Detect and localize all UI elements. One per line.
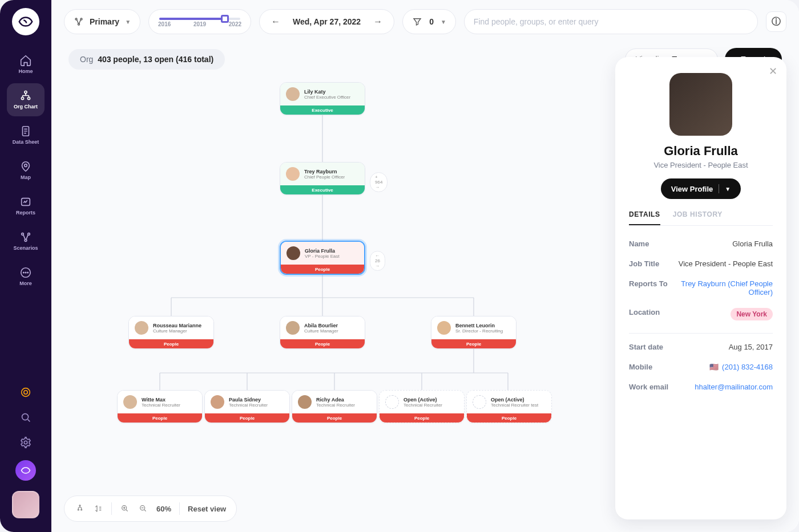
zoom-in-icon[interactable] bbox=[120, 503, 130, 514]
sidebar: Home Org Chart Data Sheet Map Reports Sc… bbox=[0, 0, 51, 532]
org-node-selected[interactable]: Gloria Frulla VP - People East People bbox=[280, 241, 365, 275]
main: Primary ▼ 2016 2019 2022 ← Wed, Apr 27, … bbox=[51, 0, 799, 532]
org-node[interactable]: Trey Rayburn Chief People Officer Execut… bbox=[280, 162, 365, 195]
expand-chip[interactable]: + 964 → bbox=[370, 172, 388, 192]
brand-badge-icon[interactable] bbox=[15, 460, 36, 481]
org-node[interactable]: Bennett Leuorin Sr. Director - Recruitin… bbox=[431, 316, 516, 349]
current-date[interactable]: Wed, Apr 27, 2022 bbox=[293, 17, 361, 26]
person-detail-panel: ✕ Gloria Frulla Vice President - People … bbox=[615, 57, 786, 519]
org-node-open[interactable]: Open (Active) Technical Recruiter People bbox=[379, 390, 465, 423]
field-reports-to: Reports To Trey Rayburn (Chief People Of… bbox=[629, 274, 773, 302]
tree-layout-icon[interactable] bbox=[75, 503, 85, 514]
close-icon[interactable]: ✕ bbox=[769, 65, 777, 78]
expand-chip[interactable]: ← 26 → bbox=[370, 251, 385, 271]
nav-data-sheet[interactable]: Data Sheet bbox=[7, 119, 45, 152]
branch-icon bbox=[74, 17, 84, 27]
mobile-link[interactable]: 🇺🇸(201) 832-4168 bbox=[709, 363, 773, 371]
target-icon[interactable] bbox=[18, 385, 33, 400]
org-node[interactable]: Richy Adea Technical Recruiter People bbox=[292, 390, 377, 423]
person-title: Vice President - People East bbox=[629, 161, 773, 169]
nav-home[interactable]: Home bbox=[7, 48, 45, 81]
collapse-icon[interactable] bbox=[93, 503, 103, 514]
node-role: Technical Recruiter bbox=[316, 403, 355, 408]
node-role: Culture Manager bbox=[304, 328, 338, 334]
info-icon: ⓘ bbox=[772, 16, 781, 28]
chevron-down-icon: ▼ bbox=[725, 186, 731, 192]
reports-to-link[interactable]: Trey Rayburn (Chief People Officer) bbox=[676, 279, 773, 297]
svg-point-16 bbox=[24, 441, 27, 444]
timeline-slider[interactable]: 2016 2019 2022 bbox=[148, 9, 251, 34]
location-badge[interactable]: New York bbox=[731, 308, 773, 320]
reports-icon bbox=[19, 196, 32, 208]
email-link[interactable]: hhalter@mailinator.com bbox=[695, 383, 773, 391]
nav-label: Map bbox=[21, 175, 31, 181]
org-summary-text: 403 people, 13 open (416 total) bbox=[98, 55, 213, 64]
node-name: Lily Katy bbox=[304, 89, 350, 95]
timeline-handle[interactable] bbox=[221, 15, 229, 23]
view-profile-button[interactable]: View Profile ▼ bbox=[661, 178, 741, 199]
search-icon[interactable] bbox=[18, 410, 33, 425]
node-role: Sr. Director - Recruiting bbox=[455, 328, 503, 334]
node-role: Culture Manager bbox=[153, 328, 201, 334]
nav-map[interactable]: Map bbox=[7, 154, 45, 187]
nav-reports[interactable]: Reports bbox=[7, 189, 45, 222]
org-node[interactable]: Rousseau Marianne Culture Manager People bbox=[128, 316, 214, 349]
org-node-open[interactable]: Open (Active) Technical Recruiter test P… bbox=[466, 390, 552, 423]
svg-point-2 bbox=[27, 98, 30, 100]
svg-point-0 bbox=[25, 91, 27, 94]
svg-point-6 bbox=[22, 233, 24, 235]
chevron-down-icon: ▼ bbox=[441, 19, 446, 25]
node-role: Chief Executive Officer bbox=[304, 95, 350, 100]
current-user-avatar[interactable] bbox=[12, 491, 39, 518]
svg-point-18 bbox=[80, 18, 82, 20]
org-node[interactable]: Witte Max Technical Recruiter People bbox=[117, 390, 203, 423]
node-name: Rousseau Marianne bbox=[153, 323, 201, 328]
nav-more[interactable]: More bbox=[7, 260, 45, 293]
field-start-date: Start date Aug 15, 2017 bbox=[629, 337, 773, 357]
node-band: People bbox=[467, 413, 551, 423]
nav-org-chart[interactable]: Org Chart bbox=[7, 83, 45, 116]
svg-point-10 bbox=[23, 272, 24, 273]
node-role: VP - People East bbox=[305, 254, 340, 259]
nav-label: More bbox=[19, 281, 32, 287]
next-date-arrow-icon[interactable]: → bbox=[371, 17, 385, 27]
node-band: People bbox=[281, 265, 364, 274]
tab-details[interactable]: DETAILS bbox=[629, 210, 660, 225]
node-name: Trey Rayburn bbox=[304, 169, 345, 174]
org-summary-chip[interactable]: Org 403 people, 13 open (416 total) bbox=[68, 49, 225, 70]
scenario-selector[interactable]: Primary ▼ bbox=[64, 9, 140, 34]
branch-icon bbox=[19, 231, 32, 243]
svg-point-36 bbox=[81, 509, 82, 510]
info-button[interactable]: ⓘ bbox=[766, 11, 786, 32]
reset-view-button[interactable]: Reset view bbox=[188, 505, 226, 513]
settings-icon[interactable] bbox=[18, 435, 33, 450]
view-profile-label: View Profile bbox=[671, 185, 713, 193]
zoom-out-icon[interactable] bbox=[138, 503, 148, 514]
tab-job-history[interactable]: JOB HISTORY bbox=[673, 210, 723, 225]
node-name: Bennett Leuorin bbox=[455, 323, 503, 328]
org-prefix: Org bbox=[80, 55, 93, 64]
node-band: People bbox=[280, 339, 365, 348]
prev-date-arrow-icon[interactable]: ← bbox=[269, 17, 283, 27]
org-node[interactable]: Lily Katy Chief Executive Officer Execut… bbox=[280, 82, 365, 115]
funnel-icon bbox=[412, 17, 422, 27]
search-input[interactable]: Find people, groups, or enter query bbox=[464, 9, 758, 34]
flag-icon: 🇺🇸 bbox=[709, 363, 719, 371]
nav-label: Org Chart bbox=[14, 104, 38, 110]
node-band: People bbox=[292, 413, 377, 423]
topbar: Primary ▼ 2016 2019 2022 ← Wed, Apr 27, … bbox=[51, 0, 799, 43]
svg-point-15 bbox=[22, 414, 29, 420]
timeline-track bbox=[159, 18, 240, 20]
svg-point-1 bbox=[21, 98, 23, 100]
node-role: Technical Recruiter bbox=[142, 403, 180, 408]
svg-point-7 bbox=[28, 233, 30, 235]
filter-button[interactable]: 0 ▼ bbox=[402, 9, 456, 34]
app-logo[interactable] bbox=[12, 8, 39, 35]
org-node[interactable]: Paula Sidney Technical Recruiter People bbox=[204, 390, 290, 423]
person-name: Gloria Frulla bbox=[629, 144, 773, 159]
nav-label: Reports bbox=[16, 210, 35, 216]
nav-label: Data Sheet bbox=[13, 140, 39, 145]
timeline-year: 2016 bbox=[158, 21, 171, 27]
nav-scenarios[interactable]: Scenarios bbox=[7, 225, 45, 258]
org-node[interactable]: Abila Bourlier Culture Manager People bbox=[280, 316, 365, 349]
